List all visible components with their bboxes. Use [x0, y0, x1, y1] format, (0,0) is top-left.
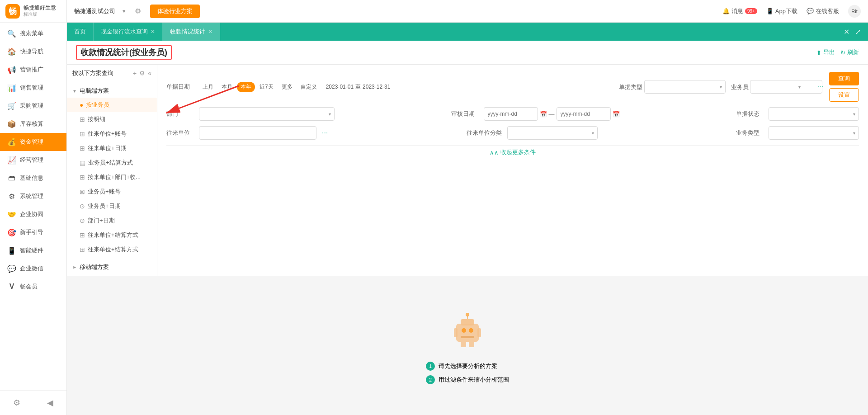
sidebar-bottom: ⚙ ◀‍	[0, 390, 66, 415]
desktop-scheme-header[interactable]: ▼ 电脑端方案	[67, 84, 157, 98]
date-range-display: 2023-01-01 至 2023-12-31	[326, 83, 391, 91]
tab-home-label: 首页	[74, 28, 86, 36]
app-download-btn[interactable]: 📱 App下载	[766, 7, 797, 15]
empty-tips: 1 请先选择要分析的方案 2 用过滤条件来缩小分析范围	[426, 362, 509, 389]
sidebar-item-purchase[interactable]: 🛒 采购管理	[0, 97, 66, 115]
window-maximize-btn[interactable]: ⤢	[855, 28, 861, 36]
date-tab-last-month[interactable]: 上月	[199, 82, 217, 92]
sidebar-item-member[interactable]: V 畅会员	[0, 278, 66, 296]
filter-area: 按以下方案查询 + ⚙ « ▼ 电脑端方案	[67, 65, 868, 276]
doc-status-select[interactable]	[769, 107, 859, 121]
date-tab-more[interactable]: 更多	[278, 82, 296, 92]
sidebar-item-search-menu[interactable]: 🔍 搜索菜单	[0, 24, 66, 42]
left-panel-header: 按以下方案查询 + ⚙ «	[67, 65, 157, 82]
sidebar-item-guide[interactable]: 🎯 新手引导	[0, 223, 66, 241]
tab-collection-stat[interactable]: 收款情况统计 ✕	[163, 23, 220, 41]
main-wrapper: 畅捷通测试公司 ▾ ⚙ 体验行业方案 🔔 消息 99+ 📱 App下载 💬 在线…	[67, 0, 868, 415]
review-date-wrap: 📅 — 📅	[484, 107, 620, 121]
sidebar-item-wechat[interactable]: 💬 企业微信	[0, 259, 66, 278]
sidebar-label-purchase: 采购管理	[20, 102, 43, 110]
sidebar-item-system[interactable]: ⚙ 系统管理	[0, 187, 66, 205]
date-tab-custom[interactable]: 自定义	[297, 82, 321, 92]
refresh-btn[interactable]: ↻ 刷新	[840, 48, 859, 57]
scheme-partner-settlement2-icon: ⊞	[80, 246, 85, 253]
mobile-scheme-header[interactable]: ▼ 移动端方案	[67, 260, 157, 274]
export-btn[interactable]: ⬆ 导出	[816, 48, 835, 57]
tab-home[interactable]: 首页	[67, 23, 94, 41]
tab-bank-flow[interactable]: 现金银行流水查询 ✕	[94, 23, 163, 41]
tab-bank-flow-close[interactable]: ✕	[151, 28, 155, 35]
add-scheme-btn[interactable]: +	[133, 70, 137, 77]
scheme-item-partner-account[interactable]: ⊞ 往来单位+账号	[67, 127, 157, 141]
date-to: 2023-12-31	[363, 84, 390, 90]
sidebar-label-basic: 基础信息	[20, 174, 43, 182]
main-empty-area: 1 请先选择要分析的方案 2 用过滤条件来缩小分析范围	[67, 276, 868, 415]
scheme-item-dept-date[interactable]: ⊙ 部门+日期	[67, 213, 157, 228]
scheme-item-salesperson-account[interactable]: ⊠ 业务员+账号	[67, 184, 157, 199]
enterprise-icon: 🤝	[7, 210, 16, 219]
sidebar-item-quick-nav[interactable]: 🏠 快捷导航	[0, 42, 66, 61]
sidebar-label-enterprise: 企业协同	[20, 210, 43, 218]
scheme-item-salesperson-settlement[interactable]: ▦ 业务员+结算方式	[67, 156, 157, 170]
scheme-salesperson-settlement-icon: ▦	[80, 159, 85, 166]
date-tab-this-year[interactable]: 本年	[237, 82, 255, 92]
company-dropdown-icon[interactable]: ▾	[123, 8, 126, 14]
sidebar-item-basic[interactable]: 🗃 基础信息	[0, 169, 66, 187]
notification-btn[interactable]: 🔔 消息 99+	[722, 7, 757, 15]
date-tab-7days[interactable]: 近7天	[256, 82, 277, 92]
window-close-btn[interactable]: ✕	[844, 28, 849, 36]
query-btn[interactable]: 查询	[829, 72, 859, 85]
dept-select[interactable]	[199, 107, 335, 121]
sidebar-item-operation[interactable]: 📈 经营管理	[0, 151, 66, 169]
logo-icon: 畅	[5, 4, 20, 19]
doc-type-select[interactable]	[644, 80, 726, 94]
review-date-from[interactable]	[484, 107, 538, 121]
biz-type-select[interactable]	[769, 126, 859, 140]
review-date-to[interactable]	[557, 107, 611, 121]
salesperson-select[interactable]	[750, 80, 822, 94]
partner-more-btn[interactable]: ···	[322, 129, 328, 137]
notification-badge: 99+	[745, 8, 757, 14]
sidebar-label-wechat: 企业微信	[20, 264, 43, 273]
scheme-settings-btn[interactable]: ⚙	[139, 70, 145, 77]
sidebar-item-sales[interactable]: 📊 销售管理	[0, 79, 66, 97]
salesperson-select-wrap: ▾	[750, 80, 804, 94]
scheme-salesperson-settlement-label: 业务员+结算方式	[88, 159, 133, 167]
scheme-partner-account-label: 往来单位+账号	[88, 130, 127, 138]
mobile-group-toggle: ▼	[72, 265, 77, 269]
scheme-item-partner-date[interactable]: ⊞ 往来单位+日期	[67, 141, 157, 156]
scheme-salesperson-date-icon: ⊙	[80, 203, 85, 210]
sidebar-settings-btn[interactable]: ⚙	[9, 394, 24, 411]
sidebar-item-inventory[interactable]: 📦 库存核算	[0, 115, 66, 133]
online-service-btn[interactable]: 💬 在线客服	[807, 7, 839, 15]
sidebar-item-marketing[interactable]: 📢 营销推广	[0, 61, 66, 79]
trial-industry-btn[interactable]: 体验行业方案	[150, 5, 200, 18]
sidebar-item-finance[interactable]: 💰 资金管理	[0, 133, 66, 151]
refresh-label: 刷新	[847, 48, 859, 57]
salesperson-wrap: 业务员 ▾	[731, 80, 812, 94]
scheme-item-partner-settlement2[interactable]: ⊞ 往来单位+结算方式	[67, 242, 157, 257]
collapse-more-btn[interactable]: ∧∧ 收起更多条件	[166, 145, 859, 159]
date-tab-this-month[interactable]: 本月	[218, 82, 236, 92]
scheme-item-by-salesperson[interactable]: ● 按业务员	[67, 98, 157, 112]
sidebar-label-operation: 经营管理	[20, 156, 43, 164]
user-avatar[interactable]: Rit	[848, 5, 861, 18]
partner-category-select[interactable]	[507, 126, 598, 140]
scheme-item-partner-settlement1[interactable]: ⊞ 往来单位+结算方式	[67, 228, 157, 242]
search-menu-icon: 🔍	[7, 29, 16, 38]
scheme-collapse-btn[interactable]: «	[148, 70, 151, 77]
sidebar-item-hardware[interactable]: 📱 智能硬件	[0, 241, 66, 259]
date-from: 2023-01-01	[326, 84, 354, 90]
setting-btn[interactable]: 设置	[829, 88, 859, 102]
scheme-item-salesperson-date[interactable]: ⊙ 业务员+日期	[67, 199, 157, 213]
partner-select[interactable]	[199, 126, 316, 140]
salesperson-label: 业务员	[731, 84, 749, 90]
sidebar-collapse-btn[interactable]: ◀‍	[43, 394, 57, 411]
sales-icon: 📊	[7, 83, 16, 92]
system-icon: ⚙	[7, 192, 16, 201]
scheme-item-partner-dept[interactable]: ⊞ 按来单位+部门+收...	[67, 170, 157, 184]
tab-collection-stat-close[interactable]: ✕	[208, 28, 212, 35]
header-gear-btn[interactable]: ⚙	[133, 5, 143, 17]
scheme-item-by-detail[interactable]: ⊞ 按明细	[67, 112, 157, 127]
sidebar-item-enterprise[interactable]: 🤝 企业协同	[0, 205, 66, 223]
